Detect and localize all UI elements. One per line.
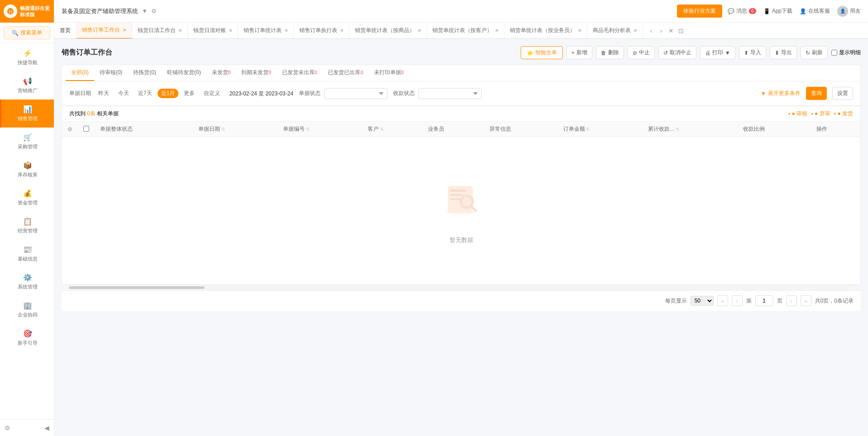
select-all-checkbox[interactable]: [83, 126, 89, 132]
col-amount[interactable]: 订单金额: [558, 122, 643, 137]
tab-close-gross-profit[interactable]: ✕: [633, 28, 637, 33]
tab-sales-by-staff[interactable]: 销货单统计表（按业务员） ✕: [504, 23, 587, 39]
expand-filter-button[interactable]: ▼ 展开更多条件: [761, 90, 801, 97]
review-op-button[interactable]: ● 审核: [788, 110, 807, 118]
select-all-header[interactable]: [78, 122, 95, 137]
tab-close-sales-by-staff[interactable]: ✕: [578, 28, 581, 33]
tab-close-cash-daily[interactable]: ✕: [178, 28, 182, 33]
sidebar-item-finance[interactable]: 💰 资金管理: [0, 184, 54, 212]
tab-sales-by-customer[interactable]: 销货单统计表（按客户） ✕: [427, 23, 504, 39]
message-icon: 💬: [728, 8, 734, 14]
finance-icon: 💰: [23, 189, 32, 198]
date-1month[interactable]: 近1月: [158, 89, 179, 98]
import-button[interactable]: ⬆ 导入: [739, 46, 766, 59]
date-custom[interactable]: 自定义: [200, 89, 224, 98]
purchase-icon: 🛒: [23, 133, 32, 142]
sub-tab-wangpu-pending[interactable]: 旺铺待发货(0): [162, 65, 206, 81]
cancel-stop-button[interactable]: ↺ 取消中止: [658, 46, 696, 59]
table-header: ⚙ 单据整体状态 单据日期 单据编号 客户 业务员 异常信息 订单金额 累计收款…: [62, 122, 860, 137]
tab-close-sales-by-product[interactable]: ✕: [417, 28, 421, 33]
col-number[interactable]: 单据编号: [278, 122, 362, 137]
settings-bottom-icon[interactable]: ⚙: [5, 424, 10, 431]
scrollbar-thumb[interactable]: [69, 286, 205, 289]
sub-tab-all[interactable]: 全部(0): [66, 65, 94, 81]
col-collected[interactable]: 累计收款...: [643, 122, 738, 137]
page-number-input[interactable]: [755, 295, 773, 306]
sub-tab-pending-inspect[interactable]: 待拣货(0): [128, 65, 162, 81]
search-button[interactable]: 查询: [806, 87, 827, 100]
sidebar-item-operations[interactable]: 📋 经营管理: [0, 212, 54, 240]
smart-create-button[interactable]: ⭐ 智能生单: [521, 46, 563, 59]
sidebar-item-sales[interactable]: 📊 销售管理: [0, 100, 54, 128]
print-button[interactable]: 🖨 打印 ▼: [700, 46, 735, 59]
export-button[interactable]: ⬇ 导出: [770, 46, 797, 59]
online-service-action[interactable]: 👤 在线客服: [800, 7, 830, 15]
tab-cash-daily[interactable]: 钱货日清工作台 ✕: [132, 23, 188, 39]
message-badge: 6: [749, 8, 756, 14]
sub-tab-not-printed[interactable]: 未打印单据0: [369, 65, 409, 81]
sidebar-item-enterprise[interactable]: 🏢 企业协同: [0, 296, 54, 324]
tab-close-sales-stat[interactable]: ✕: [284, 28, 288, 33]
horizontal-scrollbar[interactable]: [69, 285, 854, 290]
sidebar-item-basic[interactable]: 📰 基础信息: [0, 240, 54, 268]
date-yesterday[interactable]: 昨天: [95, 89, 113, 98]
col-date[interactable]: 单据日期: [193, 122, 278, 137]
sidebar-item-marketing[interactable]: 📢 营销推广: [0, 71, 54, 100]
app-download-action[interactable]: 📱 App下载: [763, 7, 792, 15]
date-today[interactable]: 今天: [115, 89, 133, 98]
sub-tab-expired-not-shipped[interactable]: 到期未发货0: [236, 65, 277, 81]
title-dropdown-icon[interactable]: ▼: [142, 8, 148, 14]
message-action[interactable]: 💬 消息 6: [728, 7, 756, 15]
sidebar-item-system[interactable]: ⚙️ 系统管理: [0, 268, 54, 296]
last-page-button[interactable]: »: [801, 295, 811, 306]
delete-button[interactable]: 🗑 删除: [596, 46, 624, 59]
sub-tab-shipped-warehoused[interactable]: 已发货已出库0: [322, 65, 369, 81]
tab-next-button[interactable]: ›: [657, 26, 666, 35]
tab-gross-profit[interactable]: 商品毛利分析表 ✕: [587, 23, 643, 39]
tab-close-sales-by-customer[interactable]: ✕: [495, 28, 499, 33]
tab-sales-exec[interactable]: 销售订单执行表 ✕: [294, 23, 350, 39]
sidebar-item-quick-nav[interactable]: ⚡ 快捷导航: [0, 43, 54, 71]
topbar-settings-icon[interactable]: ⚙: [151, 8, 157, 14]
tab-cash-reconcile[interactable]: 钱货日清对账 ✕: [188, 23, 238, 39]
not-shipped-badge: 0: [228, 70, 231, 75]
next-page-button[interactable]: ›: [786, 295, 797, 306]
search-menu-button[interactable]: 🔍 搜索菜单: [4, 26, 50, 39]
sub-tab-not-shipped[interactable]: 未发货0: [206, 65, 236, 81]
sub-tab-pending-review[interactable]: 待审核(0): [94, 65, 128, 81]
tab-home[interactable]: 首页: [54, 23, 77, 39]
tab-sales-by-product[interactable]: 销货单统计表（按商品） ✕: [350, 23, 427, 39]
ship-op-button[interactable]: ● 发货: [834, 110, 853, 118]
settings-filter-button[interactable]: 设置: [832, 87, 853, 100]
column-settings[interactable]: ⚙: [62, 122, 78, 137]
date-7days[interactable]: 近7天: [134, 89, 156, 98]
refresh-button[interactable]: ↻ 刷新: [801, 46, 828, 59]
sidebar-item-purchase[interactable]: 🛒 采购管理: [0, 128, 54, 156]
user-menu[interactable]: 👤 用友: [837, 6, 861, 17]
sidebar-item-inventory[interactable]: 📦 库存核算: [0, 156, 54, 184]
receipt-select[interactable]: [418, 88, 482, 99]
collapse-sidebar-button[interactable]: ◀: [44, 424, 49, 431]
date-more[interactable]: 更多: [180, 89, 198, 98]
add-button[interactable]: + 新增: [566, 46, 592, 59]
status-select[interactable]: [324, 88, 388, 99]
tab-close-sales-exec[interactable]: ✕: [340, 28, 344, 33]
show-detail-checkbox[interactable]: [831, 50, 837, 56]
tab-prev-button[interactable]: ‹: [647, 26, 656, 35]
first-page-button[interactable]: «: [717, 295, 728, 306]
sub-tab-shipped-not-warehoused[interactable]: 已发货未出库0: [277, 65, 323, 81]
abandon-op-button[interactable]: ● 弃审: [811, 110, 830, 118]
tab-close-cash-reconcile[interactable]: ✕: [229, 28, 232, 33]
page-size-select[interactable]: 50 100 200: [691, 296, 714, 306]
show-detail-checkbox-label[interactable]: 显示明细: [831, 49, 861, 57]
tab-sales-workbench[interactable]: 销售订单工作台 ✕: [77, 23, 132, 39]
tab-expand-button[interactable]: ⊡: [676, 26, 686, 35]
col-customer[interactable]: 客户: [362, 122, 422, 137]
prev-page-button[interactable]: ‹: [732, 295, 743, 306]
tab-close-all-button[interactable]: ✕: [667, 26, 676, 35]
tab-close-sales-workbench[interactable]: ✕: [123, 28, 126, 33]
stop-button[interactable]: ⊘ 中止: [628, 46, 655, 59]
solution-button[interactable]: 体验行业方案: [677, 5, 722, 18]
tab-sales-stat[interactable]: 销售订单统计表 ✕: [238, 23, 294, 39]
sidebar-item-guide[interactable]: 🎯 新手引导: [0, 324, 54, 352]
